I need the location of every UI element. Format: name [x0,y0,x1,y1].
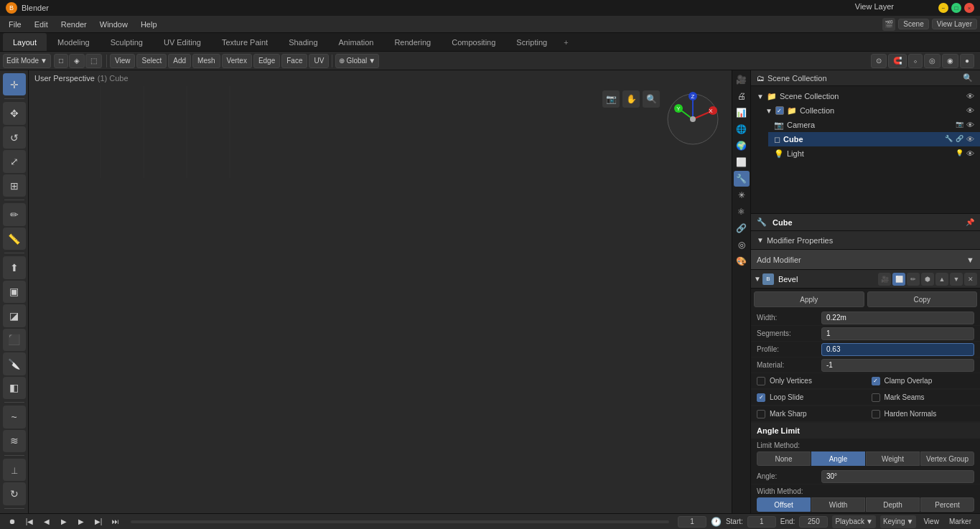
loop-slide-checkbox[interactable]: ✓ [757,393,765,402]
tool-knife[interactable]: 🔪 [3,352,26,375]
tab-layout[interactable]: Layout [3,33,47,51]
menu-window[interactable]: Window [94,19,134,30]
menu-render[interactable]: Render [55,19,93,30]
menu-file[interactable]: File [3,19,27,30]
material-value[interactable]: -1 [821,359,974,372]
bevel-edit-icon[interactable]: ✏ [907,273,920,286]
viewport[interactable]: User Perspective (1) Cube [29,70,732,513]
outliner-filter-btn[interactable]: 🔍 [961,72,974,85]
mesh-btn[interactable]: Mesh [192,54,220,68]
prop-pin-btn[interactable]: 📌 [966,218,974,226]
modifier-props-icon active[interactable]: 🔧 [734,171,750,187]
navigation-gizmo[interactable]: X Y Z [664,90,722,148]
playback-menu[interactable]: Playback ▼ [832,515,875,528]
mark-seams-checkbox[interactable] [872,393,880,402]
material-preview-btn[interactable]: ◉ [942,54,958,68]
eye-camera[interactable]: 👁 [966,121,974,129]
menu-edit[interactable]: Edit [29,19,54,30]
outliner-item-collection[interactable]: ▼ ✓ 📁 Collection 👁 [760,103,980,118]
harden-normals-checkbox[interactable] [872,410,880,418]
material-props-icon[interactable]: 🎨 [734,253,750,269]
timeline-next-frame-btn[interactable]: ▶ [75,515,88,528]
constraints-props-icon[interactable]: 🔗 [734,220,750,236]
tool-transform[interactable]: ⊞ [3,174,26,197]
tool-scale[interactable]: ⤢ [3,150,26,172]
view-layer-props-icon[interactable]: 📊 [734,105,750,121]
viewport-btn-1[interactable]: □ [54,54,68,68]
timeline-play-btn[interactable]: ▶ [57,515,70,528]
tool-inset[interactable]: ▣ [3,281,26,303]
render-props-icon[interactable]: 🎥 [734,72,750,88]
face-btn[interactable]: Face [281,54,307,68]
tool-shear[interactable]: ⟂ [3,459,26,481]
tool-smooth[interactable]: ~ [3,406,26,428]
clamp-overlap-checkbox[interactable]: ✓ [872,377,880,385]
bevel-close-icon[interactable]: ✕ [964,273,977,286]
width-depth-btn[interactable]: Depth [866,497,920,512]
zoom-btn[interactable]: 🔍 [643,90,660,108]
tool-poly-build[interactable]: ◧ [3,377,26,399]
snapping-btn[interactable]: 🧲 [888,54,907,68]
output-props-icon[interactable]: 🖨 [734,88,750,104]
timeline-end-input[interactable]: 250 [799,516,828,528]
tab-uv-editing[interactable]: UV Editing [154,33,211,51]
tool-extrude[interactable]: ⬆ [3,256,26,278]
eye-scene-collection[interactable]: 👁 [966,92,974,100]
tab-rendering[interactable]: Rendering [384,33,441,51]
tool-measure[interactable]: 📏 [3,228,26,250]
scene-props-icon[interactable]: 🌐 [734,121,750,137]
select-btn[interactable]: Select [136,54,167,68]
tab-animation[interactable]: Animation [329,33,384,51]
tool-bevel[interactable]: ◪ [3,304,26,327]
view-btn[interactable]: View [110,54,136,68]
proportional-editing-btn[interactable]: ⊙ [871,54,887,68]
timeline-track[interactable] [131,520,669,523]
add-btn[interactable]: Add [168,54,191,68]
bevel-viewport-icon[interactable]: ⬜ [892,273,905,286]
copy-button[interactable]: Copy [867,291,978,307]
tab-shading[interactable]: Shading [279,33,327,51]
scene-icon[interactable]: 🎬 [882,18,895,31]
transform-selector[interactable]: ⊕ Global ▼ [335,54,379,68]
tool-annotate[interactable]: ✏ [3,203,26,225]
timeline-start-input[interactable]: 1 [747,516,776,528]
bevel-expand[interactable]: ▼ [754,275,761,283]
outliner-item-light[interactable]: 💡 Light 💡 👁 [768,146,980,161]
timeline-prev-key-btn[interactable]: |◀ [23,515,36,528]
maximize-button[interactable]: □ [951,3,961,13]
timeline-jump-end-btn[interactable]: ⏭ [109,515,122,528]
limit-none-btn[interactable]: None [757,451,811,466]
marker-menu[interactable]: Marker [946,518,974,525]
width-percent-btn[interactable]: Percent [920,497,974,512]
tab-modeling[interactable]: Modeling [47,33,100,51]
only-vertices-checkbox[interactable] [757,377,765,385]
xray-btn[interactable]: ◎ [924,54,941,68]
particles-props-icon[interactable]: ✳ [734,187,750,203]
eye-light[interactable]: 👁 [966,149,974,158]
bevel-cage-icon[interactable]: ⬢ [921,273,934,286]
eye-cube[interactable]: 👁 [966,135,974,144]
bevel-render-icon[interactable]: 🎥 [878,273,891,286]
camera-orbit-btn[interactable]: ✋ [622,90,640,108]
bevel-up-icon[interactable]: ▲ [935,273,948,286]
timeline-frame-input[interactable]: 1 [678,516,706,528]
tool-move[interactable]: ✥ [3,102,26,124]
limit-vertex-group-btn[interactable]: Vertex Group [920,451,974,466]
close-button[interactable]: × [964,3,974,13]
tool-cursor[interactable]: ✛ [3,73,26,95]
physics-props-icon[interactable]: ⚛ [734,204,750,220]
profile-value[interactable]: 0.63 [821,343,974,356]
world-props-icon[interactable]: 🌍 [734,138,750,154]
angle-value[interactable]: 30° [821,470,974,483]
uv-btn[interactable]: UV [309,54,329,68]
timeline-record-btn[interactable]: ⏺ [6,515,19,528]
bevel-down-icon[interactable]: ▼ [950,273,963,286]
tab-texture-paint[interactable]: Texture Paint [212,33,278,51]
outliner-item-scene-collection[interactable]: ▼ 📁 Scene Collection 👁 [751,89,980,103]
limit-angle-btn[interactable]: Angle [811,451,865,466]
tab-scripting[interactable]: Scripting [506,33,557,51]
tab-compositing[interactable]: Compositing [442,33,505,51]
viewport-btn-3[interactable]: ⬚ [85,54,102,68]
edge-btn[interactable]: Edge [253,54,280,68]
tool-random[interactable]: ≋ [3,430,26,452]
